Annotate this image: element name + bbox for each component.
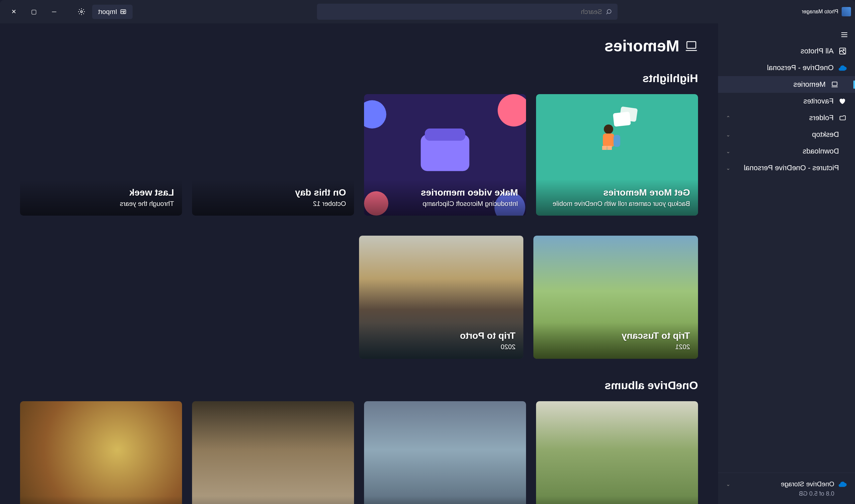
svg-point-4: [81, 11, 83, 13]
nav-downloads[interactable]: Downloads ⌄: [718, 143, 855, 160]
nav-onedrive[interactable]: OneDrive - Personal: [718, 59, 855, 76]
highlight-card-tuscany[interactable]: Trip to Tuscany 2021: [534, 236, 698, 359]
svg-point-9: [843, 49, 844, 51]
section-albums-title: OneDrive albums: [20, 379, 698, 392]
hamburger-button[interactable]: [840, 31, 848, 39]
svg-point-3: [124, 11, 125, 12]
nav-pictures[interactable]: Pictures - OneDrive Personal ⌄: [718, 160, 855, 176]
svg-rect-20: [603, 146, 607, 150]
svg-rect-15: [613, 111, 631, 126]
chevron-down-icon: ⌄: [726, 131, 730, 138]
gallery-icon: [838, 47, 847, 55]
albums-grid: Camping in Connemara Cycling Trips Pets …: [20, 401, 698, 504]
svg-point-16: [604, 125, 613, 134]
section-highlights-title: Highlights: [20, 72, 698, 85]
search-box[interactable]: [317, 4, 617, 20]
settings-button[interactable]: [73, 4, 89, 20]
backpacker-illustration: [591, 104, 644, 151]
svg-point-22: [364, 100, 386, 128]
minimize-button[interactable]: ─: [44, 4, 64, 20]
highlight-card-clipchamp[interactable]: Make video memories Introducing Microsof…: [364, 94, 526, 216]
close-button[interactable]: ✕: [4, 4, 24, 20]
svg-point-21: [498, 94, 526, 126]
chevron-down-icon: ⌄: [726, 481, 730, 487]
album-card-pets[interactable]: Pets: [192, 401, 354, 504]
highlight-card-last-week[interactable]: Last week Through the years: [20, 94, 182, 216]
album-card-cycling[interactable]: Cycling Trips: [364, 401, 526, 504]
import-button[interactable]: Import: [92, 5, 133, 19]
app-name: Photo Manager: [802, 9, 838, 15]
svg-line-1: [606, 13, 608, 14]
svg-rect-19: [608, 146, 612, 150]
svg-rect-26: [425, 128, 465, 141]
highlight-card-on-this-day[interactable]: On this day October 12: [192, 94, 354, 216]
highlight-card-porto[interactable]: Trip to Porto 2020: [359, 236, 524, 359]
titlebar: Photo Manager Import ─ ▢ ✕: [0, 0, 855, 23]
menu-icon: [840, 31, 848, 39]
highlight-card-get-more[interactable]: Get More Memories Backup your camera rol…: [536, 94, 698, 216]
storage-widget[interactable]: OneDrive Storage ⌄ 0.8 of 5.0 GB: [718, 473, 855, 504]
sidebar: All Photos OneDrive - Personal Memories …: [718, 23, 855, 504]
svg-rect-17: [603, 133, 614, 147]
nav-memories[interactable]: Memories: [718, 76, 855, 93]
search-input[interactable]: [322, 8, 602, 16]
chevron-down-icon: ⌄: [726, 148, 730, 155]
nav-all-photos[interactable]: All Photos: [718, 43, 855, 59]
cloud-icon: [838, 64, 847, 72]
svg-rect-10: [832, 82, 837, 86]
nav-desktop[interactable]: Desktop ⌄: [718, 126, 855, 143]
svg-point-0: [607, 10, 611, 13]
highlights-grid-row2: Trip to Tuscany 2021 Trip to Porto 2020: [359, 236, 698, 359]
heart-icon: [838, 97, 847, 106]
main-content: Memories Highlights: [0, 23, 718, 504]
import-icon: [120, 8, 126, 15]
slideshow-icon: [830, 80, 839, 89]
chevron-down-icon: ⌄: [726, 165, 730, 171]
slideshow-icon: [685, 39, 698, 53]
album-card-food[interactable]: Food Pics: [20, 401, 182, 504]
maximize-button[interactable]: ▢: [24, 4, 44, 20]
app-icon: [842, 7, 851, 16]
highlights-grid: Get More Memories Backup your camera rol…: [20, 94, 698, 216]
nav-favorites[interactable]: Favorites: [718, 93, 855, 109]
search-icon: [606, 8, 612, 15]
cloud-icon: [838, 480, 847, 488]
album-card-connemara[interactable]: Camping in Connemara: [536, 401, 698, 504]
chevron-up-icon: ⌃: [726, 115, 730, 121]
page-title: Memories: [605, 37, 679, 55]
nav-folders[interactable]: Folders ⌃: [718, 109, 855, 126]
svg-rect-18: [614, 135, 621, 147]
gear-icon: [78, 8, 85, 15]
folder-icon: [838, 113, 847, 122]
svg-rect-12: [687, 41, 696, 48]
